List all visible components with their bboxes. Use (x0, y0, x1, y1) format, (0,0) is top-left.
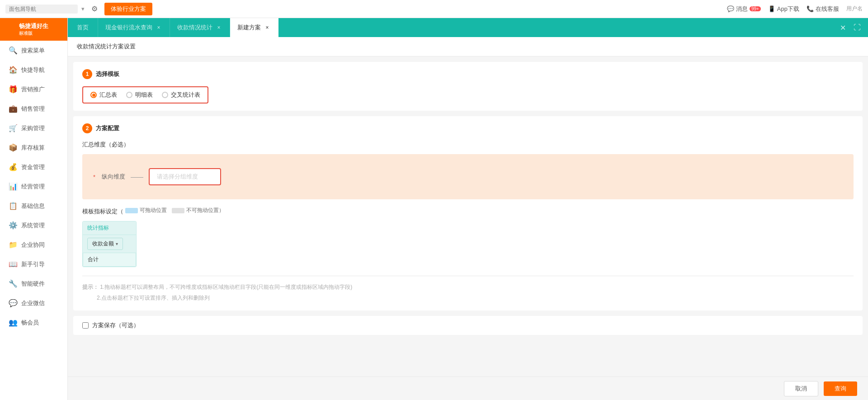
stat-title: 统计指标 (83, 221, 136, 235)
service-action[interactable]: 📞 在线客服 (807, 5, 839, 13)
tips-text1: 1.拖动标题栏可以调整布局，不可跨维度或指标区域拖动栏目字段(只能在同一维度或指… (100, 284, 352, 290)
tab-close-icon[interactable]: ✕ (837, 22, 848, 33)
cart-icon: 🛒 (9, 124, 18, 132)
tab-home-label: 首页 (77, 24, 89, 32)
fixed-legend: 不可拖动位置） (172, 207, 224, 214)
radio-detail-circle (126, 92, 132, 98)
tab-expand-icon[interactable]: ⛶ (852, 22, 863, 33)
sidebar-item-corp-wechat[interactable]: 💬 企业微信 (0, 293, 67, 313)
sidebar-label-quick-nav: 快捷导航 (21, 66, 45, 74)
save-checkbox[interactable] (82, 322, 89, 329)
metric-tag-amount[interactable]: 收款金额 ▾ (87, 238, 123, 250)
radio-detail[interactable]: 明细表 (126, 91, 153, 99)
tips-area: 提示： 1.拖动标题栏可以调整布局，不可跨维度或指标区域拖动栏目字段(只能在同一… (82, 276, 854, 303)
sidebar-label-search-menu: 搜索菜单 (21, 47, 45, 55)
save-label: 方案保存（可选） (92, 321, 139, 329)
radio-cross-label: 交叉统计表 (171, 91, 200, 99)
metrics-legend-bar: 模板指标设定（ 可拖动位置 不可拖动位置） (82, 207, 854, 216)
tab-bar: 首页 现金银行流水查询 × 收款情况统计 × 新建方案 × ✕ ⛶ (68, 18, 868, 37)
sidebar-item-sales[interactable]: 💼 销售管理 (0, 99, 67, 118)
radio-cross[interactable]: 交叉统计表 (162, 91, 200, 99)
sidebar-label-marketing: 营销推广 (21, 85, 45, 94)
dim-select[interactable]: 请选择分组维度 (149, 168, 221, 185)
sidebar-item-new-guide[interactable]: 📖 新手引导 (0, 254, 67, 274)
tab-home[interactable]: 首页 (68, 18, 98, 37)
logo-sub: 标准版 (19, 30, 48, 37)
radio-summary-circle (90, 92, 97, 98)
sidebar-item-smart-hw[interactable]: 🔧 智能硬件 (0, 274, 67, 293)
tips-line1: 提示： 1.拖动标题栏可以调整布局，不可跨维度或指标区域拖动栏目字段(只能在同一… (82, 282, 854, 292)
tab-bank-flow-close[interactable]: × (155, 24, 162, 31)
top-header: ▾ ⚙ 体验行业方案 💬 消息 99+ 📱 App下载 📞 在线客服 用户名 (0, 0, 868, 18)
sidebar-item-member[interactable]: 👥 畅会员 (0, 313, 67, 332)
sidebar-label-corp-wechat: 企业微信 (21, 299, 45, 307)
sidebar-item-marketing[interactable]: 🎁 营销推广 (0, 80, 67, 99)
sidebar-logo: 畅捷通好生 标准版 (0, 18, 67, 41)
step2-num: 2 (82, 123, 92, 133)
sidebar-item-inventory[interactable]: 📦 库存核算 (0, 138, 67, 157)
step1-section: 1 选择模板 汇总表 明细表 (73, 62, 863, 111)
message-label: 消息 (736, 5, 748, 13)
app-body: 畅捷通好生 标准版 🔍 搜索菜单 🏠 快捷导航 🎁 营销推广 💼 销售管理 (0, 18, 868, 400)
sidebar-item-system[interactable]: ⚙️ 系统管理 (0, 216, 67, 235)
collab-icon: 📁 (9, 240, 18, 249)
dim-arrow-icon: —— (131, 173, 143, 180)
trial-button[interactable]: 体验行业方案 (104, 3, 152, 15)
dimension-area: * 纵向维度 —— 请选择分组维度 (82, 154, 854, 199)
sidebar-label-smart-hw: 智能硬件 (21, 280, 45, 288)
tab-bank-flow[interactable]: 现金银行流水查询 × (98, 18, 170, 37)
header-left: ▾ ⚙ 体验行业方案 (5, 3, 727, 15)
sidebar-item-purchase[interactable]: 🛒 采购管理 (0, 118, 67, 138)
page-content: 收款情况统计方案设置 1 选择模板 汇总表 (68, 37, 868, 376)
draggable-box (125, 208, 138, 213)
chevron-down-icon[interactable]: ▾ (81, 5, 85, 12)
download-label: App下载 (777, 5, 799, 13)
step2-header: 2 方案配置 (82, 123, 854, 133)
fixed-box (172, 208, 184, 213)
sidebar-item-funds[interactable]: 💰 资金管理 (0, 157, 67, 177)
sidebar-label-funds: 资金管理 (21, 163, 45, 171)
tab-receipts-stat[interactable]: 收款情况统计 × (170, 18, 230, 37)
page-title: 收款情况统计方案设置 (77, 43, 136, 50)
main-area: 首页 现金银行流水查询 × 收款情况统计 × 新建方案 × ✕ ⛶ (68, 18, 868, 400)
radio-cross-circle (162, 92, 168, 98)
sidebar-item-corp-collab[interactable]: 📁 企业协同 (0, 235, 67, 254)
service-icon: 📞 (807, 5, 814, 12)
home-icon: 🏠 (9, 66, 18, 74)
step2-section: 2 方案配置 汇总维度（必选） * 纵向维度 —— 请选择分组维度 (73, 116, 863, 311)
draggable-label: 可拖动位置 (140, 207, 167, 214)
cancel-button[interactable]: 取消 (784, 381, 818, 396)
download-action[interactable]: 📱 App下载 (768, 5, 799, 13)
query-button[interactable]: 查询 (824, 381, 857, 396)
sidebar-item-quick-nav[interactable]: 🏠 快捷导航 (0, 60, 67, 80)
dimension-title: 汇总维度（必选） (82, 141, 854, 149)
sidebar-item-search-menu[interactable]: 🔍 搜索菜单 (0, 41, 67, 60)
sidebar-label-new-guide: 新手引导 (21, 260, 45, 268)
dim-row-label: 纵向维度 (102, 173, 125, 181)
page-inner: 收款情况统计方案设置 1 选择模板 汇总表 (68, 37, 868, 376)
header-right: 💬 消息 99+ 📱 App下载 📞 在线客服 用户名 (727, 5, 863, 13)
sidebar: 畅捷通好生 标准版 🔍 搜索菜单 🏠 快捷导航 🎁 营销推广 💼 销售管理 (0, 18, 68, 400)
metrics-card: 统计指标 收款金额 ▾ 合计 (82, 221, 137, 267)
logo-text: 畅捷通好生 (19, 22, 48, 30)
step1-title: 选择模板 (96, 70, 119, 78)
fixed-label: 不可拖动位置） (186, 207, 224, 214)
inventory-icon: 📦 (9, 143, 18, 152)
tab-receipts-stat-close[interactable]: × (215, 24, 222, 31)
tips-line2: 2.点击标题栏下拉可设置排序、插入列和删除列 (82, 292, 854, 303)
metrics-label: 模板指标设定（ (82, 208, 123, 215)
tab-new-plan-close[interactable]: × (264, 24, 271, 31)
sidebar-item-basic-info[interactable]: 📋 基础信息 (0, 196, 67, 216)
sidebar-label-system: 系统管理 (21, 221, 45, 230)
gear-icon[interactable]: ⚙ (88, 3, 101, 15)
sidebar-item-operations[interactable]: 📊 经营管理 (0, 177, 67, 196)
tips-title: 提示： (82, 284, 99, 290)
message-action[interactable]: 💬 消息 99+ (727, 5, 761, 13)
tab-new-plan[interactable]: 新建方案 × (230, 18, 278, 37)
radio-summary[interactable]: 汇总表 (90, 91, 117, 99)
tab-new-plan-label: 新建方案 (237, 24, 261, 32)
breadcrumb-input[interactable] (5, 5, 78, 14)
tips-text2: 2.点击标题栏下拉可设置排序、插入列和删除列 (82, 295, 210, 301)
radio-summary-label: 汇总表 (99, 91, 117, 99)
system-icon: ⚙️ (9, 221, 18, 230)
